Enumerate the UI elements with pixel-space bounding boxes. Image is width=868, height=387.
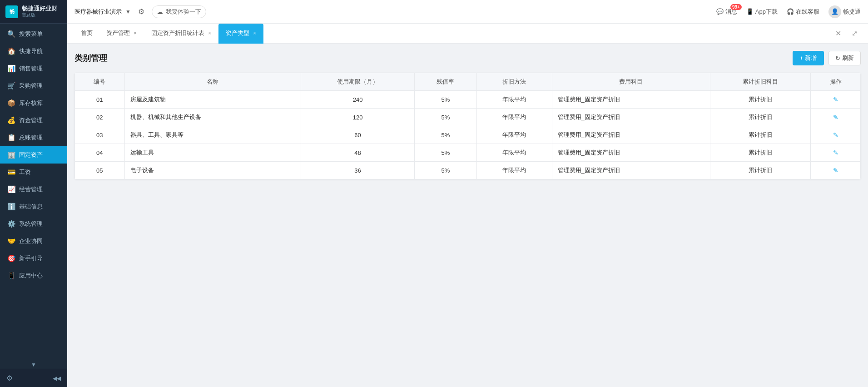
refresh-icon: ↻ [835,55,840,62]
sidebar-item-basic-info[interactable]: ℹ️ 基础信息 [0,198,67,215]
cell-name: 运输工具 [124,144,301,162]
sidebar-item-guide[interactable]: 🎯 新手引导 [0,250,67,267]
sidebar-item-label-guide: 新手引导 [19,254,43,263]
sidebar-item-sales[interactable]: 📊 销售管理 [0,60,67,77]
scroll-down-arrow[interactable]: ▼ [31,362,36,368]
sidebar-item-search[interactable]: 🔍 搜索菜单 [0,25,67,43]
cell-depreciation: 累计折旧 [710,126,811,144]
cell-period: 120 [301,109,414,126]
cell-period: 60 [301,126,414,144]
sidebar-item-capital[interactable]: 💰 资金管理 [0,112,67,129]
sidebar-item-operations[interactable]: 📈 经营管理 [0,181,67,198]
window-expand-btn[interactable]: ⤢ [848,27,861,40]
edit-button[interactable]: ✎ [833,114,838,121]
sales-icon: 📊 [7,64,15,73]
cell-method: 年限平均 [477,126,552,144]
sidebar-item-label-search: 搜索菜单 [19,30,43,38]
cell-depreciation: 累计折旧 [710,144,811,162]
app-download-button[interactable]: 📱 App下载 [746,8,778,16]
col-depreciation: 累计折旧科目 [710,73,811,91]
cell-code[interactable]: 04 [75,144,125,162]
sidebar-item-label-sales: 销售管理 [19,64,43,73]
tab-asset-management[interactable]: 资产管理 × [99,24,144,44]
tabbar-right: ✕ ⤢ [832,27,861,40]
company-name: 医疗器械行业演示 [74,8,122,16]
tab-fixed-depreciation-close[interactable]: × [208,30,211,36]
cell-code[interactable]: 05 [75,162,125,179]
sidebar-item-label-fixed-assets: 固定资产 [19,151,43,159]
sidebar-scroll-down[interactable]: ▼ [0,361,67,369]
cell-method: 年限平均 [477,162,552,179]
tab-asset-type[interactable]: 资产类型 × [218,24,263,44]
cell-residual: 5% [414,162,477,179]
col-name: 名称 [124,73,301,91]
edit-button[interactable]: ✎ [833,131,838,139]
sidebar-item-purchase[interactable]: 🛒 采购管理 [0,77,67,94]
cloud-icon: ☁ [157,8,163,15]
edit-button[interactable]: ✎ [833,167,838,174]
table-row: 02 机器、机械和其他生产设备 120 5% 年限平均 管理费用_固定资产折旧 … [75,109,861,126]
new-button[interactable]: + 新增 [793,51,824,65]
cell-name: 器具、工具、家具等 [124,126,301,144]
sidebar-item-fixed-assets[interactable]: 🏢 固定资产 [0,146,67,164]
username-label: 畅捷通 [843,8,861,16]
cell-method: 年限平均 [477,109,552,126]
capital-icon: 💰 [7,116,15,124]
sidebar-item-label-quick-nav: 快捷导航 [19,47,43,55]
sidebar-item-salary[interactable]: 💳 工资 [0,164,67,181]
sidebar-item-enterprise[interactable]: 🤝 企业协同 [0,233,67,250]
sidebar-nav: 🔍 搜索菜单 🏠 快捷导航 📊 销售管理 🛒 采购管理 📦 库存核算 💰 资金管… [0,24,67,361]
tab-asset-type-close[interactable]: × [253,30,256,36]
settings-icon[interactable]: ⚙ [134,5,148,19]
sidebar-item-label-app-center: 应用中心 [19,272,43,280]
experience-label: 我要体验一下 [166,8,201,16]
sidebar-item-inventory[interactable]: 📦 库存核算 [0,94,67,112]
cell-method: 年限平均 [477,144,552,162]
cell-name: 电子设备 [124,162,301,179]
company-dropdown-icon[interactable]: ▼ [125,9,131,15]
experience-button[interactable]: ☁ 我要体验一下 [152,5,206,18]
service-label: 在线客服 [796,8,819,16]
refresh-label: 刷新 [842,54,854,62]
edit-button[interactable]: ✎ [833,149,838,156]
window-close-btn[interactable]: ✕ [832,27,844,40]
col-code: 编号 [75,73,125,91]
main-area: 医疗器械行业演示 ▼ ⚙ ☁ 我要体验一下 💬 消息 99 📱 App下载 🎧 … [67,0,868,387]
online-service-button[interactable]: 🎧 在线客服 [787,8,819,16]
sidebar-item-app-center[interactable]: 📱 应用中心 [0,267,67,284]
table-row: 04 运输工具 48 5% 年限平均 管理费用_固定资产折旧 累计折旧 ✎ [75,144,861,162]
tab-asset-management-close[interactable]: × [134,30,137,36]
service-icon: 🎧 [787,8,794,15]
messages-button[interactable]: 💬 消息 99 [716,8,737,16]
page-content: 类别管理 + 新增 ↻ 刷新 编号 名称 使用期限（月） 残值率 折旧方法 费用… [67,44,868,387]
edit-button[interactable]: ✎ [833,96,838,103]
cell-method: 年限平均 [477,91,552,109]
cell-expense: 管理费用_固定资产折旧 [552,109,710,126]
user-button[interactable]: 👤 畅捷通 [828,5,861,18]
sidebar-item-label-salary: 工资 [19,168,31,176]
cell-code[interactable]: 03 [75,126,125,144]
page-actions: + 新增 ↻ 刷新 [793,51,861,65]
sidebar-item-quick-nav[interactable]: 🏠 快捷导航 [0,43,67,60]
cell-period: 48 [301,144,414,162]
tab-home[interactable]: 首页 [74,24,99,44]
operations-icon: 📈 [7,185,15,194]
sidebar-item-general-ledger[interactable]: 📋 总账管理 [0,129,67,146]
cell-code[interactable]: 02 [75,109,125,126]
settings-footer-icon[interactable]: ⚙ [6,374,13,382]
sidebar-item-label-general-ledger: 总账管理 [19,134,43,142]
app-name: 畅捷通好业财 [22,5,57,12]
sidebar-item-system[interactable]: ⚙️ 系统管理 [0,215,67,233]
tab-fixed-depreciation[interactable]: 固定资产折旧统计表 × [144,24,218,44]
app-download-icon: 📱 [746,8,754,15]
topbar: 医疗器械行业演示 ▼ ⚙ ☁ 我要体验一下 💬 消息 99 📱 App下载 🎧 … [67,0,868,24]
sidebar-item-label-capital: 资金管理 [19,116,43,124]
refresh-button[interactable]: ↻ 刷新 [828,51,861,65]
col-residual: 残值率 [414,73,477,91]
cell-name: 房屋及建筑物 [124,91,301,109]
cell-action: ✎ [811,109,861,126]
cell-code[interactable]: 01 [75,91,125,109]
collapse-footer-icon[interactable]: ◀◀ [53,375,61,382]
inventory-icon: 📦 [7,99,15,107]
cell-depreciation: 累计折旧 [710,91,811,109]
